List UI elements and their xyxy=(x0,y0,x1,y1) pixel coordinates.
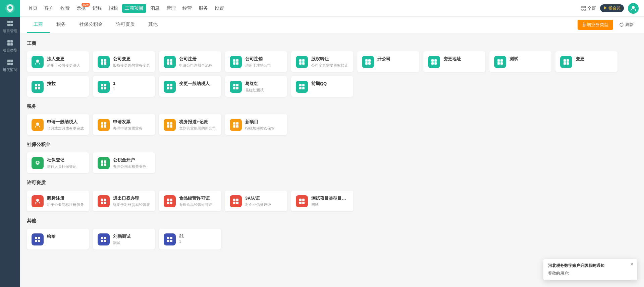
svg-rect-33 xyxy=(302,59,305,62)
card-3a-cert[interactable]: 3A认证对企业信誉评级 xyxy=(225,191,287,211)
card-icon-legal-change xyxy=(32,56,44,68)
svg-rect-21 xyxy=(104,59,106,62)
tab-other[interactable]: 其他 xyxy=(142,17,164,33)
card-name-open-company: 开公司 xyxy=(377,56,415,62)
card-lala[interactable]: 拉拉 xyxy=(27,76,89,97)
sidebar-item-project-type[interactable]: 项目类型 xyxy=(3,36,17,56)
fullscreen-label: 全屏 xyxy=(587,5,596,11)
vip-btn[interactable]: ▶ 畅会员 xyxy=(600,4,624,12)
svg-rect-16 xyxy=(582,9,583,10)
card-change-taxpayer[interactable]: 变更一般纳税人 xyxy=(159,76,221,97)
svg-rect-65 xyxy=(236,84,238,86)
card-legal-change[interactable]: 法人变更适用于公司变更法人 xyxy=(27,51,89,72)
card-food-license[interactable]: 食品经营许可证办理食品经营许可证 xyxy=(159,191,221,211)
card-equity-transfer[interactable]: 股权转让公司变更需要股权转让 xyxy=(291,51,353,72)
svg-rect-51 xyxy=(567,62,569,65)
card-qianqi-qq[interactable]: 前期QQ xyxy=(291,76,353,97)
svg-rect-114 xyxy=(104,240,106,242)
card-company-change[interactable]: 公司变更股权变更外的业务变更 xyxy=(93,51,155,72)
card-fund-open[interactable]: 公积金开户办理公积金相关业务 xyxy=(93,152,155,173)
topnav-item-message[interactable]: 消息 xyxy=(148,4,162,13)
svg-rect-48 xyxy=(564,59,566,62)
card-open-company[interactable]: 开公司 xyxy=(357,51,419,72)
topnav-item-tax[interactable]: 报税 xyxy=(106,4,121,13)
card-name-test-type-def: 测试项目类型目定义 xyxy=(311,195,348,201)
card-company-cancel[interactable]: 公司注销适用于注销公司 xyxy=(225,51,287,72)
card-desc-trademark: 用于企业商标注册服务 xyxy=(47,202,84,207)
sidebar-logo[interactable] xyxy=(0,0,20,17)
topnav-item-billing[interactable]: 收费 xyxy=(58,4,72,13)
topnav: 首页客户收费票据new记账报税工商项目消息管理经营服务设置 全屏 ▶ 畅会员 xyxy=(20,0,644,17)
add-type-button[interactable]: 新增业务类型 xyxy=(578,20,613,30)
card-liupeng-test[interactable]: 刘鹏测试测试 xyxy=(93,229,155,249)
tab-license[interactable]: 许可资质 xyxy=(109,17,142,33)
svg-rect-45 xyxy=(500,59,503,62)
svg-rect-59 xyxy=(104,87,106,89)
card-desc-one: 1 xyxy=(113,87,150,91)
topnav-item-client[interactable]: 客户 xyxy=(42,4,56,13)
card-desc-apply-invoice: 办理申请发票业务 xyxy=(113,126,150,131)
page-content: 工商税务社保公积金许可资质其他 新增业务类型 刷新 工商法人变更适用于公司变更法… xyxy=(20,17,644,287)
card-name-apply-taxpayer: 申请一般纳税人 xyxy=(47,119,84,125)
refresh-button[interactable]: 刷新 xyxy=(616,20,637,30)
svg-rect-104 xyxy=(302,199,305,201)
svg-rect-81 xyxy=(233,122,235,125)
card-change[interactable]: 变更 xyxy=(555,51,618,72)
notification-close-btn[interactable]: ✕ xyxy=(630,262,634,267)
card-haha[interactable]: 哈哈 xyxy=(27,229,89,249)
card-icon-test xyxy=(494,56,506,68)
tab-tax[interactable]: 税务 xyxy=(50,17,72,33)
svg-rect-31 xyxy=(236,62,238,65)
card-icon-qianqi-qq xyxy=(296,81,308,93)
card-name-company-cancel: 公司注销 xyxy=(245,56,282,62)
card-test-type-def[interactable]: 测试项目类型目定义测试 xyxy=(291,191,353,211)
card-icon-company-register xyxy=(164,56,176,68)
card-desc-test-type-def: 测试 xyxy=(311,202,348,207)
svg-rect-73 xyxy=(101,122,103,125)
card-change-address[interactable]: 变更地址 xyxy=(423,51,485,72)
card-one[interactable]: 11 xyxy=(93,76,155,97)
topnav-item-bookkeeping[interactable]: 记账 xyxy=(90,4,105,13)
topnav-item-home[interactable]: 首页 xyxy=(25,4,40,13)
card-import-export[interactable]: 进出口权办理适用于对外贸易经营者 xyxy=(93,191,155,211)
svg-rect-66 xyxy=(233,87,235,89)
card-name-trademark: 商标注册 xyxy=(47,195,84,201)
card-mohonghong[interactable]: 葛红红葛红红测试 xyxy=(225,76,287,97)
tab-social[interactable]: 社保公积金 xyxy=(72,17,109,33)
card-icon-mohonghong xyxy=(230,81,242,93)
svg-rect-67 xyxy=(236,87,238,89)
card-new-project[interactable]: 新项目报税加税控盘保管 xyxy=(225,114,287,135)
avatar[interactable] xyxy=(628,3,639,14)
card-social-register[interactable]: 社保登记进行人员社保登记 xyxy=(27,152,89,173)
fullscreen-btn[interactable]: 全屏 xyxy=(581,5,596,11)
card-twenty-one[interactable]: 211 xyxy=(159,229,221,249)
topnav-items: 首页客户收费票据new记账报税工商项目消息管理经营服务设置 xyxy=(25,4,575,13)
svg-rect-93 xyxy=(101,202,103,204)
card-desc-tax-report-book: 拿到营业执照的新公司 xyxy=(179,126,216,131)
card-test[interactable]: 测试 xyxy=(489,51,551,72)
card-tax-report-book[interactable]: 税务报道+记账拿到营业执照的新公司 xyxy=(159,114,221,135)
sidebar-item-project-manage[interactable]: 项目管理 xyxy=(3,17,17,36)
card-desc-mohonghong: 葛红红测试 xyxy=(245,88,282,93)
svg-rect-112 xyxy=(104,237,106,239)
card-apply-taxpayer[interactable]: 申请一般纳税人当月或次月成变更完成 xyxy=(27,114,89,135)
topnav-item-manage[interactable]: 管理 xyxy=(164,4,178,13)
svg-rect-23 xyxy=(104,62,106,65)
sidebar-item-progress-monitor[interactable]: 进度监测 xyxy=(3,56,17,75)
svg-rect-2 xyxy=(7,21,10,23)
card-company-register[interactable]: 公司注册申请公司注册全流程 xyxy=(159,51,221,72)
card-icon-new-project xyxy=(230,119,242,131)
card-trademark[interactable]: 商标注册用于企业商标注册服务 xyxy=(27,191,89,211)
topnav-item-service[interactable]: 服务 xyxy=(196,4,211,13)
topnav-item-operation[interactable]: 经营 xyxy=(180,4,195,13)
sidebar: 项目管理 项目类型 进度监测 xyxy=(0,0,20,287)
svg-rect-6 xyxy=(7,40,10,43)
topnav-item-industry[interactable]: 工商项目 xyxy=(122,4,146,13)
card-desc-equity-transfer: 公司变更需要股权转让 xyxy=(311,63,348,68)
card-info-open-company: 开公司 xyxy=(377,56,415,63)
topnav-item-invoice[interactable]: 票据new xyxy=(74,4,89,13)
svg-rect-58 xyxy=(101,87,103,89)
card-apply-invoice[interactable]: 申请发票办理申请发票业务 xyxy=(93,114,155,135)
tab-industry[interactable]: 工商 xyxy=(27,17,50,33)
topnav-item-settings[interactable]: 设置 xyxy=(212,4,227,13)
